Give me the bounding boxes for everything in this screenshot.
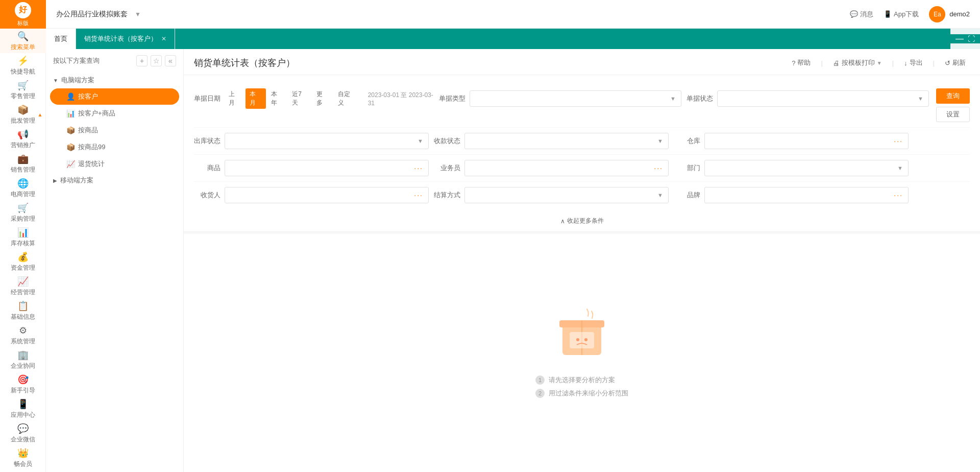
date-filter: 单据日期 上月 本月 本年 近7天 更多 自定义 2023-03-01 至 20…: [194, 88, 439, 109]
department-label: 部门: [674, 163, 704, 173]
sidebar-item-purchase[interactable]: 🛒 采购管理: [0, 200, 46, 225]
date-range-text: 2023-03-01 至 2023-03-31: [368, 91, 439, 107]
message-btn[interactable]: 💬 消息: [850, 10, 873, 19]
department-select[interactable]: ▼: [704, 160, 909, 176]
action-buttons: 查询 设置: [936, 88, 970, 122]
sidebar-item-app-center[interactable]: 📱 应用中心: [0, 396, 46, 421]
system-icon: ⚙: [19, 325, 27, 336]
breadcrumb-dropdown-icon[interactable]: ▼: [135, 11, 141, 18]
out-status-select[interactable]: ▼: [225, 133, 429, 149]
add-scheme-btn[interactable]: +: [136, 55, 148, 66]
sidebar-item-operation[interactable]: 📈 经营管理: [0, 274, 46, 298]
export-btn[interactable]: ↓ 导出: [900, 56, 927, 69]
logo-text: 好: [19, 5, 27, 15]
sidebar-item-sales[interactable]: 💼 销售管理: [0, 151, 46, 176]
tab-bar-fill: [175, 29, 950, 49]
refresh-label: 刷新: [952, 58, 966, 67]
date-tab-more[interactable]: 更多: [312, 88, 332, 109]
doc-type-select[interactable]: ▼: [470, 90, 681, 107]
sidebar-item-basic[interactable]: 📋 基础信息: [0, 298, 46, 323]
scheme-tree: ▼ 电脑端方案 👤 按客户 📊 按客户+商品 📦 按商品 📦 按商品: [46, 70, 183, 190]
sidebar-item-label: 库存核算: [11, 239, 35, 248]
return-stat-icon: 📈: [66, 160, 75, 168]
settlement-select[interactable]: ▼: [464, 187, 669, 203]
sidebar-item-label: 资金管理: [11, 264, 35, 272]
sidebar-item-label: 企业协同: [11, 362, 35, 370]
sidebar-item-label: 畅会员: [14, 460, 32, 468]
maximize-icon[interactable]: ⛶: [968, 35, 975, 43]
receiver-select[interactable]: ···: [225, 187, 429, 203]
collapse-panel-btn[interactable]: «: [165, 55, 176, 66]
warehouse-label: 仓库: [674, 136, 704, 146]
brand-select[interactable]: ···: [704, 187, 909, 203]
operation-icon: 📈: [17, 276, 29, 287]
sidebar-item-wechat[interactable]: 💬 企业微信: [0, 421, 46, 445]
tab-sales-stat[interactable]: 销货单统计表（按客户） ✕: [76, 29, 175, 49]
main-area: 办公用品行业模拟账套 ▼ 💬 消息 📱 App下载 Ea demo2 首页: [46, 0, 980, 472]
refresh-btn[interactable]: ↺ 刷新: [941, 56, 970, 69]
query-button[interactable]: 查询: [936, 88, 970, 104]
minimize-icon[interactable]: —: [955, 34, 964, 43]
tree-child-label: 按客户: [78, 92, 98, 101]
tree-child-return-stat[interactable]: 📈 退货统计: [50, 156, 179, 172]
tab-bar: 首页 销货单统计表（按客户） ✕ — ⛶: [46, 29, 980, 49]
tree-child-by-customer[interactable]: 👤 按客户: [50, 88, 179, 105]
marketing-icon: 📢: [17, 129, 29, 140]
date-tab-last-month[interactable]: 上月: [225, 88, 244, 109]
receiver-dots: ···: [414, 191, 423, 199]
sidebar-item-inventory[interactable]: 📊 库存核算: [0, 225, 46, 249]
sidebar-item-search[interactable]: 🔍 搜索菜单: [0, 29, 46, 53]
date-tab-this-year[interactable]: 本年: [267, 88, 287, 109]
tab-close-icon[interactable]: ✕: [161, 35, 166, 42]
doc-type-arrow: ▼: [670, 96, 676, 102]
goods-label: 商品: [194, 163, 225, 173]
steam2: [592, 311, 593, 318]
user-area[interactable]: Ea demo2: [929, 6, 970, 22]
goods-select[interactable]: ···: [225, 160, 429, 176]
sidebar-item-membership[interactable]: 👑 畅会员: [0, 445, 46, 470]
receive-status-select[interactable]: ▼: [464, 133, 669, 149]
out-status-filter: 出库状态 ▼: [194, 133, 429, 149]
salesperson-select[interactable]: ···: [464, 160, 669, 176]
sidebar-item-finance[interactable]: 💰 资金管理: [0, 249, 46, 274]
sidebar-item-system[interactable]: ⚙ 系统管理: [0, 323, 46, 347]
sidebar-item-enterprise[interactable]: 🏢 企业协同: [0, 347, 46, 372]
tree-parent-desktop[interactable]: ▼ 电脑端方案: [46, 73, 183, 88]
sidebar-item-retail[interactable]: 🛒 零售管理: [0, 78, 46, 102]
tab-home[interactable]: 首页: [46, 29, 76, 49]
sales-icon: 💼: [17, 153, 29, 164]
tree-parent-label: 移动端方案: [60, 176, 93, 185]
sidebar-item-wholesale[interactable]: 📦 批发管理 ▲: [0, 102, 46, 127]
template-print-btn[interactable]: 🖨 按模板打印 ▼: [829, 56, 886, 69]
sidebar-item-ecommerce[interactable]: 🌐 电商管理: [0, 176, 46, 200]
doc-status-select[interactable]: ▼: [717, 90, 929, 107]
help-btn[interactable]: ? 帮助: [788, 56, 815, 69]
warehouse-select[interactable]: ···: [704, 133, 909, 149]
app-center-icon: 📱: [17, 398, 29, 410]
date-tab-custom[interactable]: 自定义: [334, 88, 360, 109]
tree-child-by-goods[interactable]: 📦 按商品: [50, 122, 179, 138]
brand-filter: 品牌 ···: [674, 187, 909, 203]
sidebar-item-label: 应用中心: [11, 411, 35, 419]
divider1: |: [821, 59, 822, 67]
sidebar-item-newbie[interactable]: 🎯 新手引导: [0, 372, 46, 396]
favorite-scheme-btn[interactable]: ☆: [151, 55, 162, 66]
sidebar-item-marketing[interactable]: 📢 营销推广: [0, 127, 46, 151]
settings-button[interactable]: 设置: [936, 107, 970, 122]
app-download-btn[interactable]: 📱 App下载: [884, 10, 919, 19]
sidebar-item-quick-nav[interactable]: ⚡ 快捷导航: [0, 53, 46, 78]
date-tab-last7[interactable]: 近7天: [288, 88, 311, 109]
purchase-icon: 🛒: [17, 202, 29, 214]
ecommerce-icon: 🌐: [17, 178, 29, 189]
tab-home-label: 首页: [54, 34, 67, 43]
date-tab-this-month[interactable]: 本月: [246, 88, 265, 109]
tree-child-by-goods99[interactable]: 📦 按商品99: [50, 139, 179, 155]
left-panel-actions: + ☆ «: [136, 55, 176, 66]
tree-child-by-customer-goods[interactable]: 📊 按客户+商品: [50, 105, 179, 122]
tree-parent-mobile[interactable]: ▶ 移动端方案: [46, 173, 183, 188]
collapse-btn[interactable]: ∧ 收起更多条件: [554, 215, 610, 227]
wholesale-icon: 📦: [17, 104, 29, 115]
sidebar-item-label: 电商管理: [11, 190, 35, 199]
tree-parent-label: 电脑端方案: [61, 76, 94, 85]
empty-state: 1 请先选择要分析的方案 2 用过滤条件来缩小分析范围: [184, 234, 980, 472]
